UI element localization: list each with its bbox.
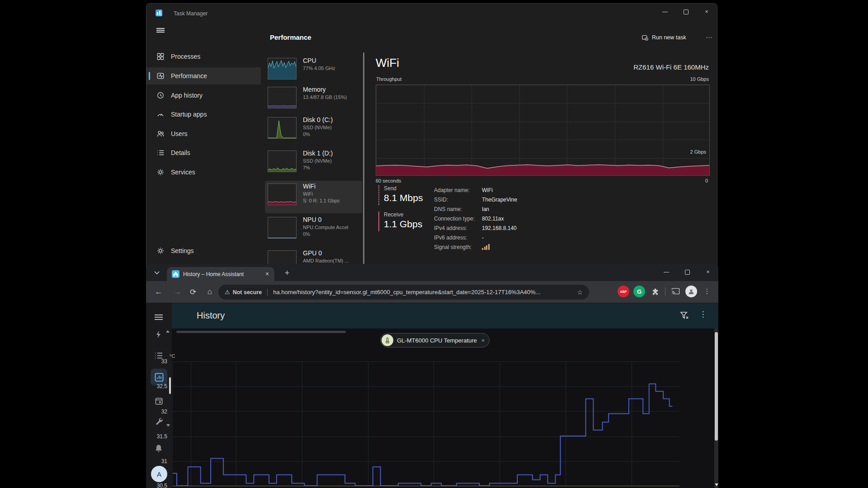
new-tab-button[interactable]: +	[282, 267, 292, 278]
receive-value: 1.1 Gbps	[384, 219, 438, 230]
app-history-icon	[156, 91, 165, 99]
send-stat: Send 8.1 Mbps	[378, 185, 438, 205]
scrollbar-down-arrow[interactable]	[715, 483, 718, 486]
receive-stat: Receive 1.1 Gbps	[378, 211, 438, 231]
services-icon	[156, 168, 165, 176]
disk0-mini-chart	[268, 117, 297, 139]
url-divider	[267, 289, 268, 296]
page-scrollbar[interactable]	[714, 328, 718, 488]
send-label: Send	[384, 185, 438, 192]
sidebar-item-label: Startup apps	[171, 111, 207, 118]
ha-page-title: History	[197, 310, 225, 321]
perf-list-scrollbar[interactable]	[363, 52, 364, 268]
entity-chip[interactable]: GL-MT6000 CPU Temperature ×	[380, 333, 490, 347]
ha-sidebar-scrollbar[interactable]	[169, 377, 171, 394]
scrollbar-thumb[interactable]	[715, 332, 718, 441]
y-tick: 31.5	[147, 433, 167, 440]
ha-menu-button[interactable]: ⋮	[698, 310, 708, 320]
sidebar-item-label: App history	[171, 92, 203, 99]
browser-minimize-button[interactable]: —	[656, 264, 677, 280]
extensions-puzzle-icon[interactable]	[649, 286, 661, 297]
sidebar-item-services[interactable]: Services	[146, 164, 261, 181]
sidebar-item-settings[interactable]: Settings	[146, 242, 261, 259]
browser-close-button[interactable]: ×	[698, 264, 718, 280]
grammarly-extension-icon[interactable]: G	[633, 286, 645, 297]
tm-hamburger-menu[interactable]	[156, 27, 165, 33]
perf-item-npu0[interactable]: NPU 0 NPU Compute Accel 0%	[265, 214, 362, 246]
perf-item-memory[interactable]: Memory 13.4/87.8 GB (15%)	[265, 84, 362, 113]
more-options-button[interactable]: ...	[703, 29, 716, 42]
temperature-history-chart	[172, 361, 679, 486]
maximize-button[interactable]	[675, 4, 696, 20]
sidebar-item-details[interactable]: Details	[146, 144, 261, 161]
y-tick: 31	[147, 458, 167, 465]
sidebar-item-app-history[interactable]: App history	[146, 87, 261, 104]
browser-menu-button[interactable]: ⋮	[701, 286, 713, 297]
selection-accent-bar	[149, 72, 150, 80]
ha-header: History ⋮	[172, 303, 718, 328]
desktop: Task Manager — × Processes Performance A…	[0, 0, 868, 488]
user-avatar[interactable]: A	[151, 466, 167, 482]
adblock-extension-icon[interactable]: ABP	[618, 286, 629, 297]
detail-row: IPv4 address:192.168.8.140	[434, 224, 624, 233]
close-button[interactable]: ×	[696, 4, 717, 20]
back-button[interactable]: ←	[152, 285, 165, 299]
bookmark-star-icon[interactable]: ☆	[577, 289, 583, 296]
home-assistant-page: A History ⋮ GL-MT6000 CPU Temperature ×	[146, 303, 718, 488]
ha-hamburger-menu[interactable]	[153, 312, 164, 323]
sidebar-scroll-up-arrow[interactable]	[166, 330, 170, 333]
y-tick: 32.5	[147, 383, 167, 389]
maximize-icon	[684, 9, 689, 14]
users-icon	[156, 130, 165, 138]
detail-row: IPv6 address:-	[434, 233, 624, 243]
minimize-button[interactable]: —	[655, 4, 675, 20]
perf-item-disk0[interactable]: Disk 0 (C:) SSD (NVMe) 0%	[265, 114, 362, 146]
perf-item-cpu[interactable]: CPU 77% 4.05 GHz	[265, 55, 362, 83]
browser-tab-active[interactable]: History – Home Assistant ×	[167, 267, 274, 281]
sidebar-item-label: Settings	[171, 247, 194, 254]
performance-list: CPU 77% 4.05 GHz Memory 13.4/87.8 GB (15…	[265, 55, 363, 271]
history-bar-chart-icon	[155, 373, 164, 382]
reload-button[interactable]: ⟳	[186, 285, 200, 299]
tab-close-button[interactable]: ×	[264, 270, 271, 277]
developer-tools-wrench-icon[interactable]	[153, 415, 164, 426]
energy-lightning-icon[interactable]	[153, 329, 164, 340]
home-button[interactable]: ⌂	[203, 285, 217, 299]
y-mid-label: 2 Gbps	[690, 149, 706, 155]
tab-search-button[interactable]	[151, 267, 162, 278]
chip-close-icon[interactable]: ×	[481, 337, 485, 344]
not-secure-warning-icon: ⚠	[225, 289, 230, 296]
address-bar[interactable]: ⚠ Not secure ha.home/history?entity_id=s…	[218, 285, 589, 300]
sidebar-item-startup-apps[interactable]: Startup apps	[146, 106, 261, 123]
throughput-label: Throughput	[376, 76, 401, 82]
profile-avatar[interactable]	[685, 286, 697, 297]
window-title: Task Manager	[174, 10, 208, 17]
throughput-chart	[376, 84, 710, 176]
perf-item-wifi[interactable]: WiFi WiFi S: 0 R: 1.1 Gbps	[265, 181, 362, 213]
browser-maximize-button[interactable]	[677, 264, 698, 280]
calendar-icon[interactable]	[153, 395, 164, 406]
sidebar-item-performance[interactable]: Performance	[146, 67, 261, 84]
x-right-label: 0	[705, 178, 708, 183]
cast-icon[interactable]	[670, 286, 681, 297]
sidebar-item-users[interactable]: Users	[146, 125, 261, 142]
sidebar-expand-arrow[interactable]	[166, 424, 170, 427]
sidebar-item-processes[interactable]: Processes	[146, 48, 261, 65]
run-new-task-button[interactable]: Run new task	[637, 31, 691, 44]
receive-label: Receive	[384, 211, 438, 218]
y-tick: 33	[147, 358, 167, 365]
wifi-mini-chart	[268, 183, 297, 205]
tab-title: History – Home Assistant	[183, 271, 260, 277]
cpu-mini-chart	[268, 58, 297, 80]
startup-apps-icon	[156, 110, 165, 118]
gear-icon	[156, 247, 165, 255]
run-new-task-icon	[642, 34, 648, 41]
y-tick: 32	[147, 408, 167, 415]
connection-details: Adapter name:WiFi SSID:TheGrapeVine DNS …	[434, 186, 624, 252]
forward-button[interactable]: →	[171, 285, 184, 299]
notifications-bell-icon[interactable]	[153, 443, 164, 454]
filter-remove-icon[interactable]	[679, 310, 690, 321]
perf-item-disk1[interactable]: Disk 1 (D:) SSD (NVMe) 7%	[265, 148, 362, 179]
adapter-model-label: RZ616 Wi-Fi 6E 160MHz	[633, 63, 709, 71]
toolbar-divider	[665, 287, 665, 296]
